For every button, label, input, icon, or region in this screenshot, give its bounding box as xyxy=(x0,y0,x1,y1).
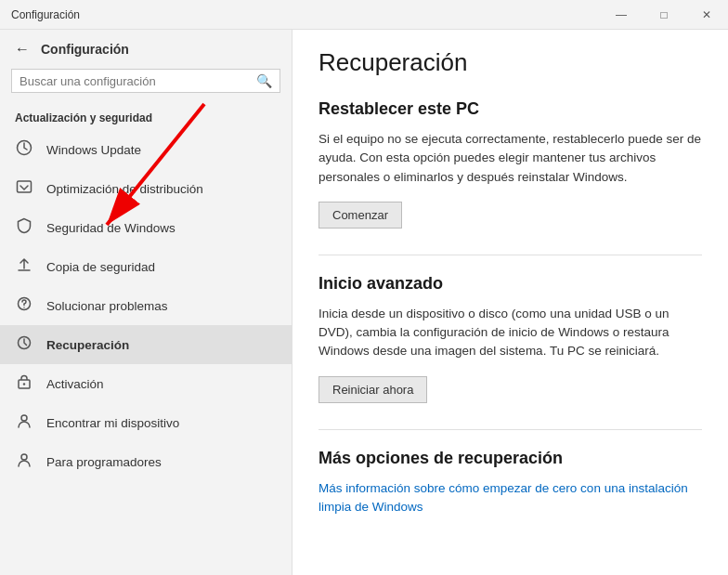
svg-point-3 xyxy=(23,307,24,307)
sidebar-item-optimizacion[interactable]: Optimización de distribución xyxy=(0,169,292,208)
sidebar-item-label: Recuperación xyxy=(46,338,129,352)
sidebar-item-solucionar[interactable]: Solucionar problemas xyxy=(0,286,292,325)
comenzar-button[interactable]: Comenzar xyxy=(318,202,402,229)
search-icon: 🔍 xyxy=(256,73,272,88)
sidebar-item-label: Copia de seguridad xyxy=(46,260,155,274)
titlebar-title: Configuración xyxy=(11,8,80,21)
svg-rect-1 xyxy=(18,181,32,192)
optimizacion-icon xyxy=(15,178,33,199)
svg-point-6 xyxy=(23,383,25,385)
seguridad-icon xyxy=(15,217,33,238)
divider2 xyxy=(318,429,702,430)
programadores-icon xyxy=(15,451,33,472)
sidebar: ← Configuración 🔍 Actualización y seguri… xyxy=(0,30,292,575)
section1-title: Restablecer este PC xyxy=(318,99,702,119)
section2-desc: Inicia desde un dispositivo o disco (com… xyxy=(318,305,702,361)
close-button[interactable]: ✕ xyxy=(685,0,728,30)
divider1 xyxy=(318,255,702,255)
main-content: Recuperación Restablecer este PC Si el e… xyxy=(292,30,728,575)
section2-title: Inicio avanzado xyxy=(318,274,702,294)
windows-update-icon xyxy=(15,139,33,160)
sidebar-item-encontrar[interactable]: Encontrar mi dispositivo xyxy=(0,403,292,442)
sidebar-item-label: Solucionar problemas xyxy=(46,299,168,313)
activacion-icon xyxy=(15,373,33,394)
titlebar-controls: — □ ✕ xyxy=(600,0,728,30)
copia-icon xyxy=(15,256,33,277)
sidebar-item-windows-update[interactable]: Windows Update xyxy=(0,130,292,169)
reiniciar-button[interactable]: Reiniciar ahora xyxy=(318,376,427,403)
sidebar-top: ← Configuración xyxy=(0,30,292,69)
minimize-button[interactable]: — xyxy=(600,0,643,30)
titlebar: Configuración — □ ✕ xyxy=(0,0,728,30)
encontrar-icon xyxy=(15,412,33,433)
sidebar-item-seguridad[interactable]: Seguridad de Windows xyxy=(0,208,292,247)
search-input[interactable] xyxy=(20,74,251,88)
section3-title: Más opciones de recuperación xyxy=(318,449,702,468)
sidebar-item-label: Encontrar mi dispositivo xyxy=(46,416,179,430)
sidebar-item-label: Optimización de distribución xyxy=(46,182,203,196)
svg-point-7 xyxy=(21,415,27,421)
solucionar-icon xyxy=(15,295,33,316)
sidebar-item-label: Windows Update xyxy=(46,143,141,157)
sidebar-app-title: Configuración xyxy=(41,42,129,57)
sidebar-item-label: Seguridad de Windows xyxy=(46,221,176,235)
section-label: Actualización y seguridad xyxy=(0,104,292,130)
search-box[interactable]: 🔍 xyxy=(11,69,280,93)
sidebar-item-programadores[interactable]: Para programadores xyxy=(0,442,292,481)
page-title: Recuperación xyxy=(318,48,702,77)
sidebar-item-label: Para programadores xyxy=(46,455,162,469)
sidebar-item-recuperacion[interactable]: Recuperación xyxy=(0,325,292,364)
svg-point-8 xyxy=(21,454,27,460)
app-container: ← Configuración 🔍 Actualización y seguri… xyxy=(0,30,728,575)
section1-desc: Si el equipo no se ejecuta correctamente… xyxy=(318,130,702,187)
back-button[interactable]: ← xyxy=(15,41,30,58)
sidebar-item-activacion[interactable]: Activación xyxy=(0,364,292,403)
sidebar-item-copia[interactable]: Copia de seguridad xyxy=(0,247,292,286)
maximize-button[interactable]: □ xyxy=(643,0,685,30)
clean-install-link[interactable]: Más información sobre cómo empezar de ce… xyxy=(318,481,688,514)
recuperacion-icon xyxy=(15,334,33,355)
sidebar-item-label: Activación xyxy=(46,377,104,391)
